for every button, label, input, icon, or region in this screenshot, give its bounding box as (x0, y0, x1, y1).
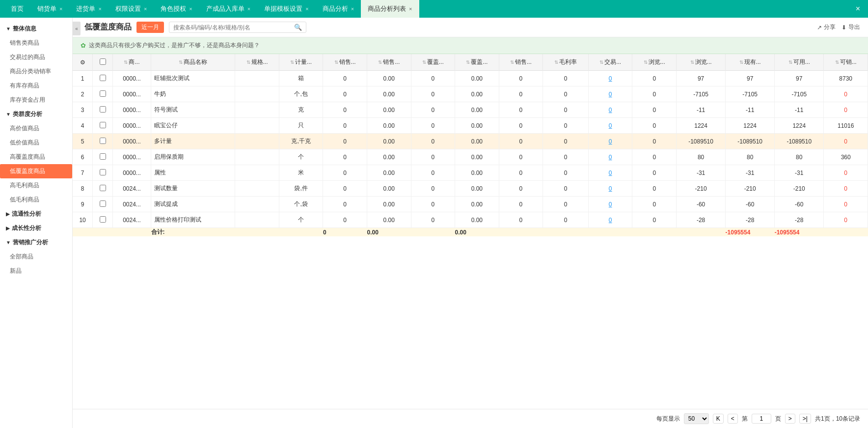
cell-checkbox[interactable] (93, 86, 113, 102)
nav-close-icon[interactable]: × (305, 6, 308, 12)
row-checkbox[interactable] (100, 122, 106, 128)
col-spec[interactable]: ⇅规格... (235, 54, 279, 71)
col-name[interactable]: ⇅商品名称 (151, 54, 235, 71)
sidebar-item-stock-goods[interactable]: 有库存商品 (0, 79, 72, 93)
next-page-button[interactable]: > (785, 414, 795, 424)
search-input[interactable] (173, 24, 294, 31)
cell-transaction[interactable]: 0 (588, 134, 632, 149)
sidebar-item-low-margin[interactable]: 低毛利商品 (0, 193, 72, 207)
nav-product-inbound[interactable]: 产成品入库单 × (199, 0, 257, 18)
cell-transaction[interactable]: 0 (588, 102, 632, 118)
col-margin[interactable]: ⇅毛利率 (543, 54, 589, 71)
sidebar-collapse-button[interactable]: « (73, 22, 81, 35)
nav-close-icon[interactable]: × (351, 6, 354, 12)
sidebar-item-category-rate[interactable]: 商品分类动销率 (0, 64, 72, 79)
col-unit[interactable]: ⇅计量... (279, 54, 323, 71)
cell-spec (235, 71, 279, 86)
sidebar-section-marketing[interactable]: ▼ 营销推广分析 (0, 235, 72, 250)
nav-close-icon[interactable]: × (189, 6, 192, 12)
row-checkbox[interactable] (100, 185, 106, 191)
row-checkbox[interactable] (100, 169, 106, 175)
sidebar-item-high-value[interactable]: 高价值商品 (0, 121, 72, 136)
search-icon[interactable]: 🔍 (294, 24, 302, 31)
cell-checkbox[interactable] (93, 181, 113, 197)
sidebar-item-all-goods[interactable]: 全部商品 (0, 250, 72, 264)
nav-permission-settings[interactable]: 权限设置 × (108, 0, 154, 18)
sidebar-item-new-goods[interactable]: 新品 (0, 264, 72, 278)
last-page-button[interactable]: >| (799, 414, 811, 424)
page-number-input[interactable] (752, 414, 771, 424)
cell-transaction[interactable]: 0 (588, 71, 632, 86)
col-sales2[interactable]: ⇅销售... (367, 54, 411, 71)
col-sales3[interactable]: ⇅销售... (499, 54, 543, 71)
col-available[interactable]: ⇅可用... (775, 54, 824, 71)
cell-checkbox[interactable] (93, 212, 113, 228)
nav-close-icon[interactable]: × (144, 6, 147, 12)
col-current[interactable]: ⇅现有... (726, 54, 775, 71)
col-code[interactable]: ⇅商... (112, 54, 151, 71)
cell-no: 9 (73, 197, 93, 212)
sidebar-item-low-value[interactable]: 低价值商品 (0, 136, 72, 150)
col-browse2[interactable]: ⇅浏览... (677, 54, 726, 71)
sidebar-section-growth[interactable]: ▶ 成长性分析 (0, 221, 72, 235)
cell-checkbox[interactable] (93, 149, 113, 165)
nav-product-analysis[interactable]: 商品分析 × (316, 0, 361, 18)
cell-transaction[interactable]: 0 (588, 212, 632, 228)
col-browse1[interactable]: ⇅浏览... (632, 54, 677, 71)
sidebar-section-overall[interactable]: ▼ 整体信息 (0, 22, 72, 36)
col-sales1[interactable]: ⇅销售... (323, 54, 367, 71)
share-button[interactable]: ↗ 分享 (817, 23, 836, 31)
row-checkbox[interactable] (100, 138, 106, 144)
col-cover2[interactable]: ⇅覆盖... (455, 54, 499, 71)
row-checkbox[interactable] (100, 106, 106, 113)
export-button[interactable]: ⬇ 导出 (841, 23, 860, 31)
sidebar-section-liquidity[interactable]: ▶ 流通性分析 (0, 207, 72, 221)
cell-transaction[interactable]: 0 (588, 86, 632, 102)
sidebar-item-high-margin[interactable]: 高毛利商品 (0, 178, 72, 193)
nav-close-icon[interactable]: × (59, 6, 62, 12)
nav-template-settings[interactable]: 单据模板设置 × (257, 0, 315, 18)
cell-checkbox[interactable] (93, 102, 113, 118)
nav-close-icon[interactable]: × (247, 6, 250, 12)
cell-transaction[interactable]: 0 (588, 197, 632, 212)
cell-checkbox[interactable] (93, 71, 113, 86)
nav-home[interactable]: 首页 (4, 0, 30, 18)
cell-checkbox[interactable] (93, 197, 113, 212)
nav-role-auth[interactable]: 角色授权 × (154, 0, 199, 18)
col-cover1[interactable]: ⇅覆盖... (411, 54, 455, 71)
cell-transaction[interactable]: 0 (588, 149, 632, 165)
nav-close-icon[interactable]: × (409, 6, 412, 12)
cell-checkbox[interactable] (93, 134, 113, 149)
col-transaction[interactable]: ⇅交易... (588, 54, 632, 71)
col-saleable[interactable]: ⇅可销... (824, 54, 868, 71)
nav-purchase-order[interactable]: 进货单 × (69, 0, 108, 18)
col-checkbox[interactable] (93, 54, 113, 71)
sidebar-item-high-coverage[interactable]: 高覆盖度商品 (0, 150, 72, 164)
sidebar-item-sales-goods[interactable]: 销售类商品 (0, 36, 72, 50)
prev-page-button[interactable]: < (728, 414, 738, 424)
cell-checkbox[interactable] (93, 165, 113, 181)
nav-close-icon[interactable]: × (98, 6, 101, 12)
sidebar-item-traded-goods[interactable]: 交易过的商品 (0, 50, 72, 64)
cell-transaction[interactable]: 0 (588, 118, 632, 134)
row-checkbox[interactable] (100, 216, 106, 223)
per-page-select[interactable]: 50 20 100 (684, 413, 709, 424)
row-checkbox[interactable] (100, 90, 106, 97)
row-checkbox[interactable] (100, 75, 106, 81)
row-checkbox[interactable] (100, 200, 106, 207)
sidebar-section-cluster[interactable]: ▼ 类群度分析 (0, 107, 72, 121)
cell-checkbox[interactable] (93, 118, 113, 134)
cell-transaction[interactable]: 0 (588, 165, 632, 181)
sidebar-item-low-coverage[interactable]: 低覆盖度商品 (0, 164, 72, 178)
window-close-icon[interactable]: × (852, 4, 864, 13)
nav-sales-order[interactable]: 销货单 × (30, 0, 69, 18)
cell-cover2: 0.00 (455, 134, 499, 149)
cell-transaction[interactable]: 0 (588, 181, 632, 197)
select-all-checkbox[interactable] (100, 58, 106, 65)
row-checkbox[interactable] (100, 153, 106, 160)
filter-period-button[interactable]: 近一月 (136, 22, 164, 33)
sidebar-item-stock-capital[interactable]: 库存资金占用 (0, 93, 72, 107)
col-settings[interactable]: ⚙ (73, 54, 93, 71)
nav-product-analysis-list[interactable]: 商品分析列表 × (361, 0, 419, 18)
first-page-button[interactable]: K (713, 414, 724, 424)
